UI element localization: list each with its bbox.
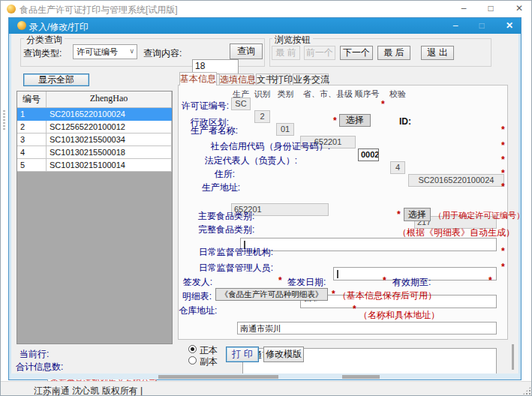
dialog-close-icon[interactable]: ✕	[502, 20, 517, 31]
required-marker: *	[397, 209, 401, 220]
maximize-icon[interactable]: □	[484, 3, 497, 14]
cell-code: SC10130215500034	[47, 134, 172, 146]
scrollbar-thumb[interactable]	[342, 375, 380, 379]
license-seg-class: 01	[276, 123, 294, 136]
required-marker: *	[381, 99, 385, 110]
exit-button[interactable]: 退 出	[421, 46, 454, 60]
seg-header-region: 省、市、县级	[300, 88, 356, 100]
grid-row[interactable]: 2 SC12565220100012	[17, 121, 172, 134]
main-category-hint: （用于确定许可证编号）	[434, 210, 524, 221]
valid-until-label: 有效期至:	[392, 276, 431, 289]
record-grid: 编号 ZhengHao 1 SC20165220100024 2 SC12565…	[17, 91, 173, 344]
grid-row[interactable]: 3 SC10130215500034	[17, 134, 172, 146]
dialog-maximize-icon[interactable]: □	[474, 20, 489, 31]
vertical-scrollbar[interactable]	[512, 344, 514, 370]
minimize-icon[interactable]: –	[457, 3, 470, 14]
search-button[interactable]: 查询	[230, 44, 263, 59]
supervision-org-label: 日常监督管理机构:	[183, 246, 273, 259]
id-label: ID:	[399, 116, 411, 127]
browse-group-title: 浏览按钮	[272, 34, 313, 46]
warehouse-label: 仓库地址:	[179, 304, 207, 317]
radio-original[interactable]	[188, 345, 197, 353]
residence-input[interactable]: 南通市崇川	[237, 322, 497, 334]
scrollbar-thumb[interactable]	[158, 375, 278, 379]
required-marker: *	[488, 275, 492, 286]
credit-code-label: 社会信用代码（身份证号码）:	[183, 140, 330, 153]
main-category-label: 主要食品类别:	[198, 210, 248, 223]
full-category-label: 完整食品类别:	[198, 224, 248, 236]
dialog-icon[interactable]	[17, 21, 26, 30]
grid-row[interactable]: 4 SC10130215500018	[17, 146, 172, 159]
detail-table-button[interactable]: 《食品生产许可品种明细表》	[215, 288, 328, 301]
cell-no: 3	[17, 134, 47, 146]
required-marker: *	[501, 246, 505, 256]
radio-copy-label: 副本	[200, 356, 218, 368]
grid-row-selected[interactable]: 1 SC20165220100024	[17, 108, 172, 121]
query-type-value: 许可证编号	[74, 45, 137, 59]
issue-date-label: 签发日期:	[287, 276, 326, 289]
required-marker: *	[333, 116, 337, 126]
status-text: 江苏南通 沈心凯 版权所有 |	[34, 385, 143, 396]
cell-code: SC10130215500018	[47, 146, 172, 159]
current-row-label: 当前行:	[20, 348, 49, 361]
cell-code: SC12565220100012	[47, 121, 172, 134]
prev-button[interactable]: 前一个	[304, 46, 335, 60]
radio-copy[interactable]	[188, 356, 197, 364]
cell-no: 5	[17, 159, 47, 172]
license-seg-sequence-input[interactable]: 0002	[358, 148, 379, 161]
license-seg-check: 4	[390, 161, 405, 174]
grid-row[interactable]: 5 SC10130215100014	[17, 159, 172, 172]
column-header-no[interactable]: 编号	[17, 92, 47, 108]
query-type-label: 查询类型:	[23, 47, 62, 60]
cell-no: 2	[17, 121, 47, 134]
horizontal-scrollbar[interactable]	[11, 374, 519, 380]
grid-header-row: 编号 ZhengHao	[17, 92, 172, 108]
main-category-select-button[interactable]: 选择	[404, 208, 431, 221]
required-marker: *	[501, 154, 505, 165]
column-header-zhenghao[interactable]: ZhengHao	[47, 92, 172, 108]
text-cursor	[337, 270, 338, 278]
required-marker: *	[501, 168, 505, 178]
resize-grip[interactable]	[522, 386, 531, 395]
status-bar: 江苏南通 沈心凯 版权所有 |	[1, 381, 532, 396]
first-button[interactable]: 最 前	[272, 46, 300, 60]
modify-template-button[interactable]: 修改模版	[263, 346, 304, 362]
tab-basic-info[interactable]: 基本信息	[179, 72, 217, 86]
legal-rep-label: 法定代表人（负责人）:	[183, 154, 297, 167]
close-icon[interactable]: ✕	[512, 3, 526, 14]
seg-header-check: 校验	[386, 88, 410, 100]
tab-optional-info[interactable]: 选填信息	[219, 74, 254, 85]
last-button[interactable]: 最 后	[377, 46, 410, 60]
show-all-button[interactable]: 显示全部	[23, 74, 89, 86]
required-marker: *	[501, 124, 505, 135]
detail-table-label: 明细表:	[179, 290, 212, 303]
next-button[interactable]: 下一个	[340, 46, 373, 60]
seg-header-sequence: 顺序号	[352, 88, 382, 100]
dialog-minimize-icon[interactable]: –	[448, 20, 463, 31]
app-icon[interactable]	[7, 4, 16, 14]
required-marker: *	[332, 289, 335, 299]
cell-code: SC20165220100024	[47, 108, 172, 121]
required-marker: *	[383, 275, 386, 286]
district-select-button[interactable]: 选择	[339, 114, 371, 127]
cell-no: 1	[17, 108, 47, 121]
print-button[interactable]: 打 印	[226, 346, 259, 362]
seg-header-identify: 识别	[253, 88, 272, 100]
required-marker: *	[501, 262, 505, 272]
required-marker: *	[501, 140, 505, 151]
issuer-label: 签发人:	[180, 276, 212, 289]
residence-label: 住所:	[210, 168, 235, 181]
warehouse-hint: （名称和具体地址）	[359, 309, 440, 322]
producer-name-input[interactable]	[240, 238, 497, 251]
supervision-staff-label: 日常监督管理人员:	[183, 262, 273, 274]
production-address-label: 生产地址:	[198, 182, 240, 194]
application-window: 食品生产许可证打印与管理系统[试用版] – □ ✕ 录入/修改/打印 – □ ✕…	[0, 0, 532, 396]
chevron-down-icon: ∨	[129, 47, 134, 55]
query-content-label: 查询内容:	[143, 47, 182, 60]
query-type-select[interactable]: 许可证编号 ∨	[73, 44, 137, 59]
cell-code: SC10130215100014	[47, 159, 172, 172]
license-seg-sc: SC	[231, 98, 251, 110]
tab-business-exchange[interactable]: 业务交流	[293, 74, 329, 85]
tab-doc-print[interactable]: 文书打印	[256, 74, 290, 85]
full-category-hint: （根据《明细表》自动生成）	[398, 226, 515, 239]
